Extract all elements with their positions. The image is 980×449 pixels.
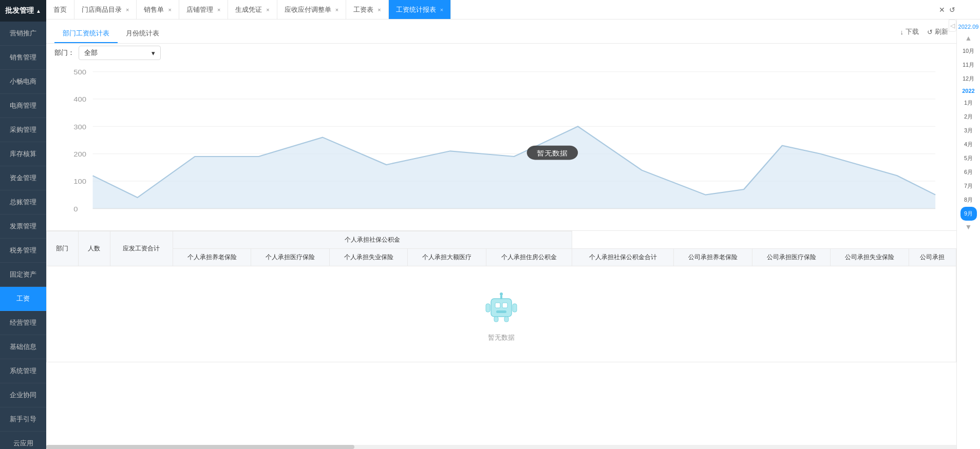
tab-close-生成凭证[interactable]: × xyxy=(266,7,269,13)
sidebar-item-工资[interactable]: 工资 xyxy=(0,287,46,311)
tab-门店商品目录[interactable]: 门店商品目录× xyxy=(74,0,137,19)
empty-state: 暂无数据 xyxy=(53,270,950,358)
tab-close-工资统计报表[interactable]: × xyxy=(440,7,443,13)
chart-svg: 500 400 300 200 100 0 xyxy=(54,66,948,230)
year-2022[interactable]: 2022 xyxy=(960,86,976,96)
col-department: 部门 xyxy=(47,231,79,266)
sidebar: 批发管理 ▲ 营销推广销售管理小畅电商电商管理采购管理库存核算资金管理总账管理发… xyxy=(0,0,46,449)
page-content: 部门工资统计表月份统计表 ↓ 下载 ↺ 刷新 部门： 全部 xyxy=(46,19,956,449)
chevron-down-icon: ▾ xyxy=(152,49,155,57)
svg-rect-15 xyxy=(491,299,512,317)
timeline-month-1月[interactable]: 1月 xyxy=(960,96,977,110)
refresh-icon: ↺ xyxy=(927,28,933,36)
tab-工资表[interactable]: 工资表× xyxy=(346,0,388,19)
timeline-month-5月[interactable]: 5月 xyxy=(960,151,977,165)
tab-生成凭证[interactable]: 生成凭证× xyxy=(228,0,277,19)
sidebar-item-小畅电商[interactable]: 小畅电商 xyxy=(0,70,46,94)
sidebar-item-销售管理[interactable]: 销售管理 xyxy=(0,46,46,70)
col-个人承担医疗保险: 个人承担医疗保险 xyxy=(251,249,330,266)
svg-rect-21 xyxy=(486,304,490,312)
sub-tab-部门工资统计表[interactable]: 部门工资统计表 xyxy=(54,25,118,43)
tab-refresh-button[interactable]: ↺ xyxy=(949,6,955,14)
col-个人承担失业保险: 个人承担失业保险 xyxy=(329,249,408,266)
tab-店铺管理[interactable]: 店铺管理× xyxy=(179,0,228,19)
empty-text: 暂无数据 xyxy=(488,333,515,342)
sidebar-item-基础信息[interactable]: 基础信息 xyxy=(0,335,46,359)
timeline-month-2月[interactable]: 2月 xyxy=(960,110,977,124)
col-个人承担大额医疗: 个人承担大额医疗 xyxy=(408,249,486,266)
sidebar-item-企业协同[interactable]: 企业协同 xyxy=(0,383,46,407)
timeline-month-6月[interactable]: 6月 xyxy=(960,165,977,179)
timeline-month-3月[interactable]: 3月 xyxy=(960,124,977,138)
svg-rect-19 xyxy=(500,295,502,299)
timeline-month-11月[interactable]: 11月 xyxy=(960,58,976,72)
download-icon: ↓ xyxy=(900,28,904,36)
sidebar-item-采购管理[interactable]: 采购管理 xyxy=(0,118,46,142)
close-timeline-button[interactable]: ◁ xyxy=(949,19,956,32)
timeline-month-9月[interactable]: 9月 xyxy=(960,207,977,221)
svg-rect-16 xyxy=(495,303,500,308)
timeline-down-nav[interactable]: ▼ xyxy=(963,221,974,233)
svg-text:暂无数据: 暂无数据 xyxy=(537,149,568,157)
tab-close-应收应付调整单[interactable]: × xyxy=(335,7,338,13)
svg-text:300: 300 xyxy=(73,123,86,131)
sidebar-item-发票管理[interactable]: 发票管理 xyxy=(0,214,46,239)
tab-工资统计报表[interactable]: 工资统计报表× xyxy=(389,0,451,19)
table-section: 部门 人数 应发工资合计 个人承担社保公积金 个人承担养老保险个人承担医疗保险个… xyxy=(46,230,956,445)
filter-row: 部门： 全部 ▾ xyxy=(46,44,956,66)
sidebar-item-电商管理[interactable]: 电商管理 xyxy=(0,94,46,118)
timeline-month-8月[interactable]: 8月 xyxy=(960,193,977,207)
col-group-personal: 个人承担社保公积金 xyxy=(173,231,572,249)
svg-rect-18 xyxy=(496,310,506,313)
tab-销售单[interactable]: 销售单× xyxy=(137,0,179,19)
tab-close-店铺管理[interactable]: × xyxy=(217,7,220,13)
timeline-month-7月[interactable]: 7月 xyxy=(960,179,977,193)
download-button[interactable]: ↓ 下载 xyxy=(900,27,919,36)
tab-close-门店商品目录[interactable]: × xyxy=(126,7,129,13)
col-个人承担住房公积金: 个人承担住房公积金 xyxy=(486,249,572,266)
content-area: 部门工资统计表月份统计表 ↓ 下载 ↺ 刷新 部门： 全部 xyxy=(46,19,980,449)
timeline-month-10月[interactable]: 10月 xyxy=(960,44,976,58)
refresh-button[interactable]: ↺ 刷新 xyxy=(927,27,948,36)
filter-label: 部门： xyxy=(54,48,74,57)
svg-rect-17 xyxy=(502,303,507,308)
sidebar-item-总账管理[interactable]: 总账管理 xyxy=(0,190,46,214)
tab-close-工资表[interactable]: × xyxy=(378,7,381,13)
scrollbar-thumb[interactable] xyxy=(46,445,354,449)
tab-应收应付调整单[interactable]: 应收应付调整单× xyxy=(277,0,346,19)
tab-actions: ✕ ↺ xyxy=(939,6,959,14)
table-row: 暂无数据 xyxy=(47,266,956,362)
sidebar-item-系统管理[interactable]: 系统管理 xyxy=(0,359,46,383)
sidebar-item-资金管理[interactable]: 资金管理 xyxy=(0,166,46,190)
svg-text:100: 100 xyxy=(73,178,86,185)
toolbar: ↓ 下载 ↺ 刷新 xyxy=(900,27,949,41)
sidebar-item-固定资产[interactable]: 固定资产 xyxy=(0,263,46,287)
timeline-month-12月[interactable]: 12月 xyxy=(960,72,976,86)
tab-close-button[interactable]: ✕ xyxy=(939,6,945,14)
sidebar-item-税务管理[interactable]: 税务管理 xyxy=(0,239,46,263)
table-scrollbar[interactable] xyxy=(46,445,956,449)
sidebar-title[interactable]: 批发管理 ▲ xyxy=(0,0,46,22)
col-公司承担: 公司承担 xyxy=(909,249,956,266)
main-area: 首页门店商品目录×销售单×店铺管理×生成凭证×应收应付调整单×工资表×工资统计报… xyxy=(46,0,980,449)
sidebar-item-经营管理[interactable]: 经营管理 xyxy=(0,311,46,335)
sidebar-item-云应用[interactable]: 云应用 xyxy=(0,432,46,449)
department-select[interactable]: 全部 ▾ xyxy=(79,46,161,60)
tab-close-销售单[interactable]: × xyxy=(168,7,171,13)
sidebar-item-新手引导[interactable]: 新手引导 xyxy=(0,407,46,432)
svg-marker-12 xyxy=(93,126,936,208)
col-公司承担失业保险: 公司承担失业保险 xyxy=(831,249,909,266)
sidebar-item-库存核算[interactable]: 库存核算 xyxy=(0,142,46,166)
svg-rect-23 xyxy=(494,317,498,322)
svg-point-20 xyxy=(500,292,503,296)
timeline-month-4月[interactable]: 4月 xyxy=(960,138,977,151)
timeline-up-nav[interactable]: ▲ xyxy=(963,32,974,44)
empty-icon xyxy=(481,286,522,327)
timeline-year-label[interactable]: 2022.09 xyxy=(957,22,980,32)
sidebar-item-营销推广[interactable]: 营销推广 xyxy=(0,22,46,46)
sub-tab-月份统计表[interactable]: 月份统计表 xyxy=(118,25,167,43)
sub-tabs: 部门工资统计表月份统计表 ↓ 下载 ↺ 刷新 xyxy=(46,19,956,44)
svg-text:0: 0 xyxy=(73,205,78,213)
col-total-wage: 应发工资合计 xyxy=(110,231,173,266)
tab-首页[interactable]: 首页 xyxy=(46,0,74,19)
